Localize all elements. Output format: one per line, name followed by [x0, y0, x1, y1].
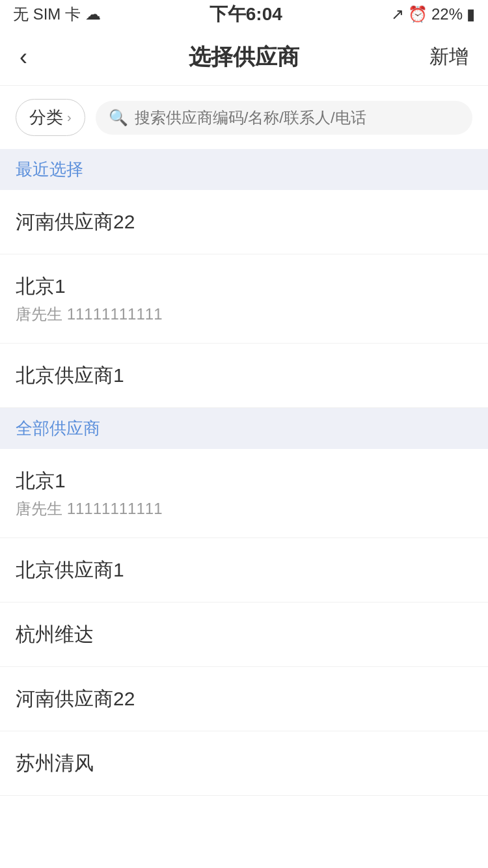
- list-item[interactable]: 北京供应商1: [0, 538, 488, 603]
- recent-section-title: 最近选择: [16, 159, 83, 179]
- recent-items-list: 河南供应商22北京1唐先生 11111111111北京供应商1: [0, 190, 488, 408]
- item-name: 北京1: [16, 273, 472, 300]
- list-item[interactable]: 北京1唐先生 11111111111: [0, 254, 488, 344]
- list-item[interactable]: 北京供应商1: [0, 344, 488, 408]
- item-sub: 唐先生 11111111111: [16, 304, 472, 325]
- chevron-right-icon: ›: [67, 110, 72, 125]
- status-bar: 无 SIM 卡 ☁ 下午6:04 ↗ ⏰ 22% ▮: [0, 0, 488, 29]
- alarm-icon: ⏰: [408, 5, 427, 23]
- sim-status: 无 SIM 卡 ☁: [13, 4, 101, 25]
- search-bar: 分类 › 🔍: [0, 86, 488, 149]
- recent-section-header: 最近选择: [0, 149, 488, 190]
- status-right: ↗ ⏰ 22% ▮: [391, 5, 475, 23]
- item-name: 北京1: [16, 467, 472, 495]
- page-title: 选择供应商: [189, 42, 299, 72]
- search-input-wrap: 🔍: [96, 101, 472, 135]
- list-item[interactable]: 河南供应商22: [0, 667, 488, 731]
- item-name: 北京供应商1: [16, 362, 472, 389]
- category-label: 分类: [29, 106, 63, 129]
- list-item[interactable]: 北京1唐先生 11111111111: [0, 449, 488, 538]
- item-name: 杭州维达: [16, 621, 472, 648]
- battery-icon: ▮: [467, 5, 475, 23]
- new-supplier-button[interactable]: 新增: [429, 44, 468, 70]
- battery-level: 22%: [431, 5, 463, 23]
- search-icon: 🔍: [109, 109, 128, 127]
- category-filter-button[interactable]: 分类 ›: [16, 99, 85, 136]
- item-name: 北京供应商1: [16, 556, 472, 584]
- all-section-title: 全部供应商: [16, 418, 100, 438]
- all-items-list: 北京1唐先生 11111111111北京供应商1杭州维达河南供应商22苏州清风: [0, 449, 488, 796]
- back-button[interactable]: ‹: [20, 44, 59, 71]
- all-section-header: 全部供应商: [0, 408, 488, 449]
- status-left: 无 SIM 卡 ☁: [13, 4, 101, 25]
- list-item[interactable]: 杭州维达: [0, 603, 488, 667]
- item-name: 河南供应商22: [16, 685, 472, 712]
- list-item[interactable]: 河南供应商22: [0, 190, 488, 254]
- search-input[interactable]: [135, 109, 459, 127]
- item-name: 河南供应商22: [16, 208, 472, 236]
- item-name: 苏州清风: [16, 750, 472, 777]
- location-icon: ↗: [391, 5, 404, 23]
- status-time: 下午6:04: [210, 2, 282, 27]
- item-sub: 唐先生 11111111111: [16, 498, 472, 519]
- list-item[interactable]: 苏州清风: [0, 731, 488, 796]
- nav-bar: ‹ 选择供应商 新增: [0, 29, 488, 86]
